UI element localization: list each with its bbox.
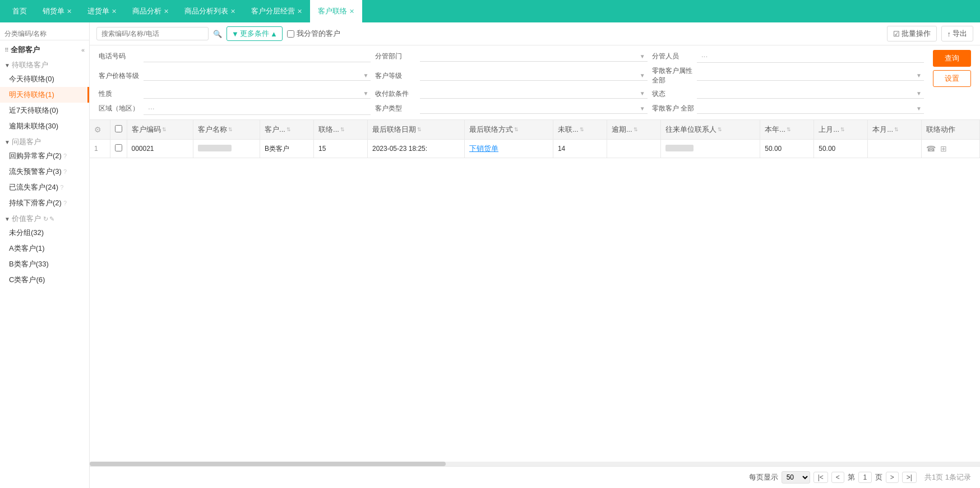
phone-input[interactable]	[144, 50, 371, 62]
status-select[interactable]: ▼	[697, 89, 924, 99]
adv-filter-buttons: 查询 设置	[933, 50, 971, 115]
sidebar-item-class-b[interactable]: B类客户(33)	[0, 256, 89, 272]
retail-customer-select[interactable]: ▼	[697, 104, 924, 114]
per-page-select[interactable]: 50 100 200	[782, 471, 810, 484]
sidebar-item-lost-risk[interactable]: 流失预警客户(3) ?	[0, 164, 89, 179]
action-grid-icon[interactable]: ⊞	[940, 144, 947, 153]
select-all-checkbox[interactable]	[115, 125, 122, 132]
sidebar-item-class-c[interactable]: C类客户(6)	[0, 272, 89, 288]
sidebar-item-class-a[interactable]: A类客户(1)	[0, 241, 89, 256]
filter-more-conditions[interactable]: ▼ 更多条件 ▲	[226, 26, 283, 41]
my-customers-checkbox[interactable]	[287, 30, 294, 38]
setting-button[interactable]: 设置	[933, 70, 971, 87]
row-select-checkbox[interactable]	[115, 144, 122, 151]
sidebar-item-today[interactable]: 今天待联络(0)	[0, 71, 89, 87]
row-num: 1	[90, 140, 110, 158]
field-region: 区域（地区） ···	[99, 102, 371, 115]
sort-icon-this-month[interactable]: ⇅	[894, 127, 899, 132]
edit-icon[interactable]: ✎	[49, 215, 54, 223]
collapse-icon[interactable]: «	[81, 47, 85, 53]
chevron-down-icon-8: ▼	[640, 105, 645, 112]
query-button[interactable]: 查询	[933, 50, 971, 67]
sidebar-item-near7[interactable]: 近7天待联络(0)	[0, 103, 89, 118]
filter-search-icon[interactable]: 🔍	[213, 30, 222, 38]
row-contact-count: 15	[314, 140, 368, 158]
sidebar-group-pending: ▼ 待联络客户	[0, 57, 89, 71]
sort-icon-code[interactable]: ⇅	[162, 127, 167, 132]
horizontal-scrollbar[interactable]	[90, 462, 980, 466]
sidebar-item-ungrouped[interactable]: 未分组(32)	[0, 225, 89, 241]
nav-close-customer-contact[interactable]: ✕	[349, 8, 354, 15]
payment-select[interactable]: ▼	[420, 89, 647, 99]
sidebar-item-overdue[interactable]: 逾期未联络(30)	[0, 118, 89, 134]
sort-icon-unit[interactable]: ⇅	[718, 127, 722, 132]
first-page-button[interactable]: |<	[813, 472, 828, 483]
th-last-month: 上月...⇅	[814, 120, 868, 140]
nav-close-sales-order[interactable]: ✕	[67, 8, 72, 15]
nav-close-product-analysis-list[interactable]: ✕	[230, 8, 235, 15]
unit-contact-blur	[665, 145, 694, 151]
next-page-button[interactable]: >	[886, 472, 899, 483]
sort-icon-contact[interactable]: ⇅	[340, 127, 345, 132]
nav-customer-contact[interactable]: 客户联络 ✕	[310, 0, 362, 22]
row-last-contact-method: 下销货单	[465, 140, 553, 158]
sidebar-search-input[interactable]	[4, 30, 89, 38]
help-icon-already-lost: ?	[60, 184, 63, 191]
dots-icon-region[interactable]: ···	[148, 104, 155, 113]
retail-attr-select[interactable]: ▼	[697, 71, 924, 81]
nav-home[interactable]: 首页	[4, 0, 35, 22]
batch-operation-button[interactable]: ☑ 批量操作	[887, 26, 937, 42]
row-action: ☎ ⊞	[922, 140, 980, 158]
sort-icon-year[interactable]: ⇅	[787, 127, 791, 132]
filter-my-customers[interactable]: 我分管的客户	[287, 29, 340, 39]
nav-product-analysis[interactable]: 商品分析 ✕	[124, 0, 177, 22]
sort-icon-date[interactable]: ⇅	[417, 127, 422, 132]
nav-close-product-analysis[interactable]: ✕	[164, 8, 169, 15]
nav-product-analysis-list[interactable]: 商品分析列表 ✕	[177, 0, 243, 22]
action-phone-icon[interactable]: ☎	[926, 144, 936, 153]
sort-icon-category[interactable]: ⇅	[286, 127, 291, 132]
last-page-button[interactable]: >|	[902, 472, 917, 483]
customer-grade-select[interactable]: ▼	[420, 71, 647, 81]
nature-select[interactable]: ▼	[144, 89, 371, 99]
content-area: 🔍 ▼ 更多条件 ▲ 我分管的客户 ☑ 批量操作 ↑ 导出	[90, 22, 980, 488]
row-overdue	[607, 140, 660, 158]
sidebar-all-customers[interactable]: ⠿ 全部客户 «	[0, 43, 89, 57]
price-grade-select[interactable]: ▼	[144, 71, 371, 81]
field-phone: 电话号码	[99, 50, 371, 62]
sort-icon-method[interactable]: ⇅	[514, 127, 519, 132]
region-select[interactable]: ···	[144, 102, 371, 115]
row-this-year: 50.00	[760, 140, 814, 158]
sort-icon-last-month[interactable]: ⇅	[840, 127, 845, 132]
row-last-contact-date: 2023-05-23 18:25:	[368, 140, 465, 158]
nav-purchase-order[interactable]: 进货单 ✕	[80, 0, 124, 22]
triangle-icon-problem: ▼	[4, 139, 10, 145]
nav-close-customer-stratification[interactable]: ✕	[297, 8, 302, 15]
refresh-icon[interactable]: ↻	[43, 215, 48, 223]
filter-search-input[interactable]	[96, 27, 209, 40]
export-button[interactable]: ↑ 导出	[941, 26, 974, 42]
department-select[interactable]: ▼	[420, 52, 647, 62]
table-header-row: ⚙ 客户编码⇅ 客户名称⇅ 客户...⇅	[90, 120, 980, 140]
dots-icon[interactable]: ···	[701, 52, 708, 61]
adv-filter-row-1: 电话号码 分管部门 ▼ 分管人员	[99, 50, 924, 63]
customer-type-select[interactable]: ▼	[420, 104, 647, 114]
sort-icon-overdue[interactable]: ⇅	[634, 127, 638, 132]
sort-icon-uncontacted[interactable]: ⇅	[580, 127, 584, 132]
nav-sales-order[interactable]: 销货单 ✕	[35, 0, 80, 22]
nav-close-purchase-order[interactable]: ✕	[112, 8, 117, 15]
adv-filter-row-3: 性质 ▼ 收付款条件 ▼	[99, 89, 924, 99]
scrollbar-thumb[interactable]	[90, 462, 446, 466]
last-contact-method-link[interactable]: 下销货单	[469, 144, 498, 153]
sort-icon-name[interactable]: ⇅	[228, 127, 233, 132]
sidebar-item-repurchase[interactable]: 回购异常客户(2) ?	[0, 148, 89, 164]
sidebar-item-decline[interactable]: 持续下滑客户(2) ?	[0, 195, 89, 211]
sidebar-item-already-lost[interactable]: 已流失客户(24) ?	[0, 179, 89, 195]
manager-select[interactable]: ···	[697, 50, 924, 63]
row-code: 000021	[127, 140, 193, 158]
field-department: 分管部门 ▼	[375, 52, 647, 62]
nav-customer-stratification[interactable]: 客户分层经营 ✕	[243, 0, 310, 22]
prev-page-button[interactable]: <	[831, 472, 844, 483]
sidebar-item-tomorrow[interactable]: 明天待联络(1)	[0, 87, 89, 103]
gear-icon[interactable]: ⚙	[94, 125, 101, 134]
